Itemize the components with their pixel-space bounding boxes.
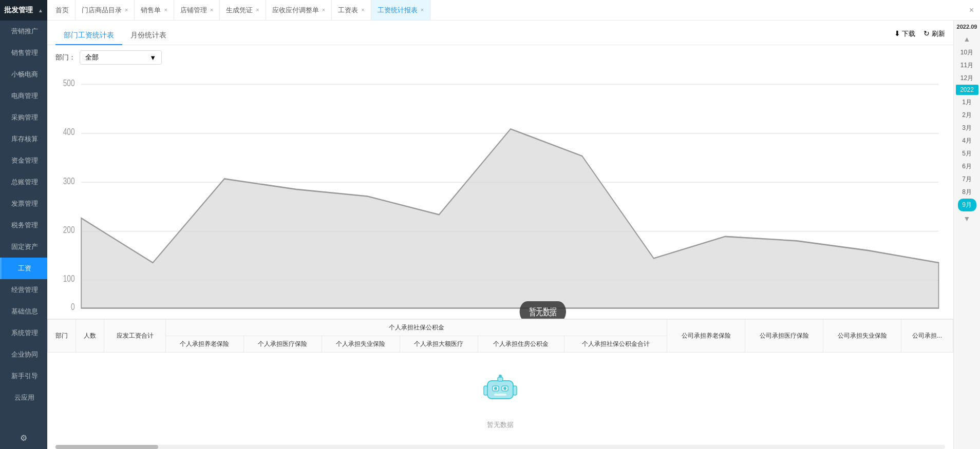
tab-close-icon[interactable]: ×	[164, 7, 167, 13]
sidebar-item-工资[interactable]: 工资	[0, 258, 47, 279]
sidebar: 批发管理 ▲ 营销推广销售管理小畅电商电商管理采购管理库存核算资金管理总账管理发…	[0, 0, 47, 449]
no-data-section: 暂无数据	[47, 353, 953, 445]
sidebar-item-小畅电商[interactable]: 小畅电商	[0, 64, 47, 85]
th-personal-group: 个人承担社保公积金	[165, 320, 667, 336]
timeline-month-11[interactable]: 11月	[958, 59, 976, 72]
tab-close-icon[interactable]: ×	[421, 7, 424, 13]
sub-tab-1[interactable]: 月份统计表	[122, 27, 175, 45]
timeline-month-10[interactable]: 10月	[958, 46, 976, 59]
sidebar-item-营销推广[interactable]: 营销推广	[0, 21, 47, 42]
no-data-text: 暂无数据	[487, 420, 514, 430]
content-area: 部门工资统计表月份统计表 ⬇ 下载 ↻ 刷新 部门：	[47, 21, 980, 449]
svg-point-19	[503, 387, 506, 390]
tab-close-icon[interactable]: ×	[322, 7, 325, 13]
tab-close-icon[interactable]: ×	[256, 7, 259, 13]
tab-应收应付调整单[interactable]: 应收应付调整单×	[266, 0, 332, 21]
th-count: 人数	[76, 320, 104, 353]
sidebar-header[interactable]: 批发管理 ▲	[0, 0, 47, 21]
table-section: 部门 人数 应发工资合计 个人承担社保公积金 公司承担养老保险 公司承担医疗保险…	[47, 319, 953, 449]
tab-label: 工资表	[338, 6, 358, 15]
timeline-month-9[interactable]: 9月	[958, 199, 976, 211]
refresh-button[interactable]: ↻ 刷新	[924, 29, 945, 38]
tab-label: 销售单	[141, 6, 161, 15]
sidebar-item-总账管理[interactable]: 总账管理	[0, 171, 47, 193]
dept-select[interactable]: 全部 ▼	[80, 50, 162, 65]
tab-close-icon[interactable]: ×	[210, 7, 213, 13]
sidebar-item-电商管理[interactable]: 电商管理	[0, 85, 47, 107]
svg-text:200: 200	[63, 224, 75, 235]
dept-select-value: 全部	[85, 53, 99, 62]
horizontal-scrollbar[interactable]	[55, 445, 945, 449]
chevron-down-icon: ▼	[149, 54, 156, 62]
sidebar-item-经营管理[interactable]: 经营管理	[0, 279, 47, 301]
close-all-icon[interactable]: ×	[969, 6, 974, 15]
tab-close-icon[interactable]: ×	[125, 7, 128, 13]
svg-point-18	[494, 387, 497, 390]
table-wrapper[interactable]: 部门 人数 应发工资合计 个人承担社保公积金 公司承担养老保险 公司承担医疗保险…	[47, 319, 953, 353]
svg-rect-23	[484, 386, 487, 395]
scrollbar-thumb[interactable]	[55, 445, 158, 449]
timeline-month-12[interactable]: 12月	[958, 72, 976, 85]
toolbar-left: 部门： 全部 ▼	[55, 50, 162, 65]
sidebar-item-税务管理[interactable]: 税务管理	[0, 214, 47, 236]
sidebar-item-系统管理[interactable]: 系统管理	[0, 322, 47, 344]
sidebar-item-新手引导[interactable]: 新手引导	[0, 365, 47, 387]
no-data-robot-icon	[480, 368, 521, 416]
timeline-down-nav[interactable]: ▼	[960, 211, 974, 226]
download-button[interactable]: ⬇ 下载	[894, 29, 916, 38]
tab-close-icon[interactable]: ×	[361, 7, 364, 13]
sidebar-item-基础信息[interactable]: 基础信息	[0, 301, 47, 322]
current-date-label: 2022.09	[957, 24, 977, 30]
download-label: 下载	[902, 30, 915, 37]
sidebar-item-发票管理[interactable]: 发票管理	[0, 193, 47, 214]
timeline-month-2[interactable]: 2月	[958, 109, 976, 122]
refresh-label: 刷新	[932, 30, 945, 37]
tab-生成凭证[interactable]: 生成凭证×	[220, 0, 266, 21]
sidebar-item-库存核算[interactable]: 库存核算	[0, 128, 47, 150]
svg-rect-20	[494, 394, 506, 396]
sidebar-settings-button[interactable]: ⚙	[0, 427, 47, 449]
sidebar-collapse-icon[interactable]: ▲	[38, 8, 43, 13]
tab-label: 工资统计报表	[378, 6, 418, 15]
sidebar-item-采购管理[interactable]: 采购管理	[0, 107, 47, 128]
sidebar-item-企业协同[interactable]: 企业协同	[0, 344, 47, 365]
stats-table: 部门 人数 应发工资合计 个人承担社保公积金 公司承担养老保险 公司承担医疗保险…	[47, 319, 953, 353]
timeline-month-7[interactable]: 7月	[958, 173, 976, 186]
th-personal-large-medical: 个人承担大额医疗	[400, 336, 478, 353]
sidebar-item-固定资产[interactable]: 固定资产	[0, 236, 47, 258]
timeline-month-4[interactable]: 4月	[958, 134, 976, 147]
tab-门店商品目录[interactable]: 门店商品目录×	[76, 0, 135, 21]
tab-首页[interactable]: 首页	[49, 0, 76, 21]
tab-工资统计报表[interactable]: 工资统计报表×	[371, 0, 430, 21]
tab-label: 店铺管理	[180, 6, 207, 15]
sidebar-item-销售管理[interactable]: 销售管理	[0, 42, 47, 64]
th-personal-medical: 个人承担医疗保险	[243, 336, 322, 353]
th-company-pension: 公司承担养老保险	[667, 320, 745, 353]
timeline-month-3[interactable]: 3月	[958, 122, 976, 134]
tab-label: 首页	[55, 6, 69, 15]
th-dept: 部门	[48, 320, 76, 353]
th-personal-pension: 个人承担养老保险	[165, 336, 243, 353]
th-company-medical: 公司承担医疗保险	[745, 320, 823, 353]
timeline-month-1[interactable]: 1月	[958, 96, 976, 109]
sidebar-item-资金管理[interactable]: 资金管理	[0, 150, 47, 171]
tab-label: 生成凭证	[226, 6, 253, 15]
table-header-row-1: 部门 人数 应发工资合计 个人承担社保公积金 公司承担养老保险 公司承担医疗保险…	[48, 320, 953, 336]
refresh-icon: ↻	[924, 29, 930, 37]
timeline-month-6[interactable]: 6月	[958, 160, 976, 173]
toolbar-row: 部门： 全部 ▼	[47, 45, 953, 70]
timeline-month-8[interactable]: 8月	[958, 186, 976, 199]
timeline-month-5[interactable]: 5月	[958, 147, 976, 160]
tab-工资表[interactable]: 工资表×	[332, 0, 371, 21]
svg-point-22	[499, 375, 502, 378]
tab-销售单[interactable]: 销售单×	[135, 0, 174, 21]
timeline-up-nav[interactable]: ▲	[960, 32, 974, 46]
svg-rect-24	[513, 386, 517, 395]
sidebar-item-云应用[interactable]: 云应用	[0, 387, 47, 408]
main-area: 首页门店商品目录×销售单×店铺管理×生成凭证×应收应付调整单×工资表×工资统计报…	[47, 0, 980, 449]
sub-tab-0[interactable]: 部门工资统计表	[55, 27, 122, 45]
tab-label: 应收应付调整单	[272, 6, 319, 15]
tab-店铺管理[interactable]: 店铺管理×	[174, 0, 220, 21]
sidebar-title: 批发管理	[4, 6, 33, 15]
timeline-year-label[interactable]: 2022	[956, 85, 978, 95]
